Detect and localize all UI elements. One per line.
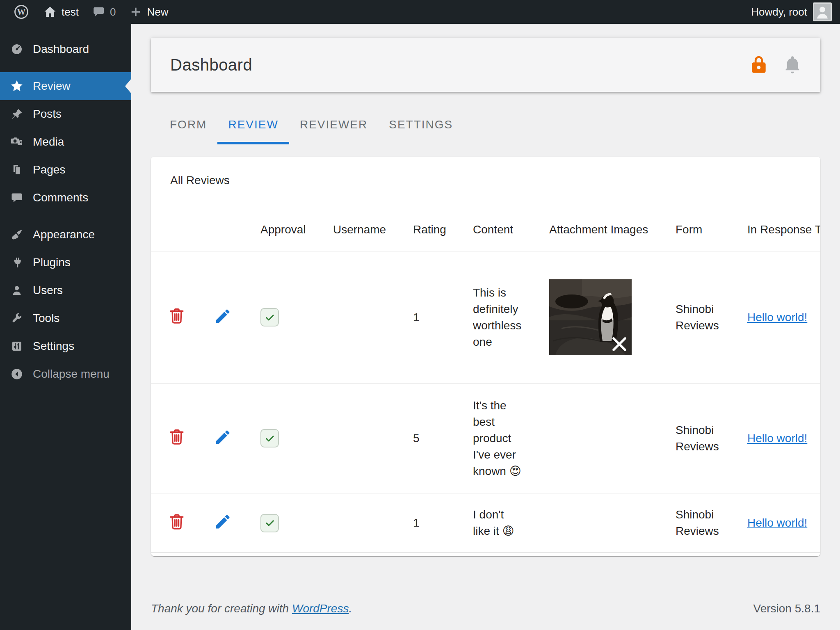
attachment-cell-empty [543, 493, 669, 553]
approval-checkbox[interactable] [260, 308, 279, 326]
edit-button[interactable] [212, 426, 234, 448]
table-row: 1 I don'tlike it 😩 Shinobi Reviews Hello… [151, 493, 820, 553]
column-content: Content [466, 208, 543, 251]
check-icon [264, 517, 276, 529]
column-attachment-images: Attachment Images [543, 208, 669, 251]
collapse-menu-label: Collapse menu [33, 368, 110, 381]
sidebar-item-media[interactable]: Media [0, 128, 131, 156]
pencil-icon [214, 428, 232, 446]
card-title: All Reviews [151, 157, 820, 208]
rating-cell: 5 [406, 383, 466, 493]
howdy-text: Howdy, root [751, 6, 807, 18]
avatar [813, 2, 832, 21]
page-title: Dashboard [170, 56, 737, 74]
admin-footer: Thank you for creating with WordPress. V… [151, 602, 820, 615]
sidebar-item-label: Dashboard [33, 43, 89, 56]
pencil-icon [214, 513, 232, 531]
sidebar-item-settings[interactable]: Settings [0, 332, 131, 360]
collapse-menu-button[interactable]: Collapse menu [0, 360, 131, 388]
sidebar-item-users[interactable]: Users [0, 276, 131, 304]
star-icon [10, 79, 24, 93]
form-cell: Shinobi Reviews [669, 251, 741, 383]
media-camera-icon [10, 135, 24, 149]
delete-button[interactable] [166, 511, 188, 533]
tab-reviewer[interactable]: REVIEWER [289, 105, 378, 144]
content-cell: I don'tlike it 😩 [466, 493, 543, 553]
delete-button[interactable] [166, 426, 188, 448]
sidebar-item-label: Review [33, 80, 71, 93]
comment-count: 0 [110, 6, 116, 18]
main-content: Dashboard FORM REVIEW REVIEWER SETTINGS … [131, 24, 840, 630]
wordpress-logo-menu[interactable]: W [7, 0, 36, 24]
sidebar-item-dashboard[interactable]: Dashboard [0, 35, 131, 63]
in-response-to-link[interactable]: Hello world! [747, 311, 807, 324]
plug-icon [10, 256, 24, 269]
page-header: Dashboard [151, 38, 820, 92]
lock-button[interactable] [747, 53, 770, 76]
form-cell: Shinobi Reviews [669, 383, 741, 493]
sidebar-item-label: Appearance [33, 228, 95, 241]
sidebar-item-label: Tools [33, 312, 59, 325]
comments-shortcut[interactable]: 0 [85, 0, 122, 24]
in-response-to-link[interactable]: Hello world! [747, 516, 807, 529]
tab-label: REVIEW [228, 118, 278, 131]
wordpress-logo-icon: W [13, 4, 30, 20]
collapse-arrow-icon [10, 367, 24, 381]
svg-text:W: W [17, 7, 26, 17]
sidebar-item-label: Comments [33, 191, 88, 204]
content-cell: This isdefinitelyworthlessone [466, 251, 543, 383]
reviews-card: All Reviews Approval Username Rating Con… [151, 157, 820, 556]
username-cell [326, 251, 406, 383]
sidebar-item-posts[interactable]: Posts [0, 100, 131, 128]
sidebar-item-label: Posts [33, 107, 62, 121]
settings-sliders-icon [10, 339, 24, 353]
tab-review[interactable]: REVIEW [217, 105, 289, 144]
tab-label: REVIEWER [300, 118, 368, 131]
column-rating: Rating [406, 208, 466, 251]
sidebar-item-tools[interactable]: Tools [0, 304, 131, 332]
sidebar-item-appearance[interactable]: Appearance [0, 221, 131, 249]
wordpress-link[interactable]: WordPress [292, 602, 349, 615]
rating-cell: 1 [406, 493, 466, 553]
remove-image-button[interactable] [610, 335, 628, 353]
home-icon [43, 5, 57, 19]
new-content-menu[interactable]: New [122, 0, 175, 24]
column-in-response-to: In Response To [741, 208, 820, 251]
footer-thanks-text: Thank you for creating with [151, 602, 292, 615]
menu-separator [0, 212, 131, 221]
in-response-to-link[interactable]: Hello world! [747, 432, 807, 445]
sidebar-item-review[interactable]: Review [0, 72, 131, 100]
sidebar-item-plugins[interactable]: Plugins [0, 249, 131, 276]
version-text: Version 5.8.1 [753, 602, 820, 615]
comments-icon [10, 191, 24, 205]
plus-icon [129, 5, 143, 19]
sidebar-item-pages[interactable]: Pages [0, 156, 131, 184]
table-row: 1 This isdefinitelyworthlessone [151, 251, 820, 383]
column-edit [202, 208, 243, 251]
reviews-table: Approval Username Rating Content Attachm… [151, 208, 820, 553]
edit-button[interactable] [212, 305, 234, 327]
lock-icon [748, 54, 769, 75]
tab-label: SETTINGS [389, 118, 453, 131]
tab-settings[interactable]: SETTINGS [378, 105, 463, 144]
column-username: Username [326, 208, 406, 251]
approval-checkbox[interactable] [260, 514, 279, 532]
pencil-icon [214, 307, 232, 325]
site-link[interactable]: test [36, 0, 85, 24]
sidebar-item-label: Settings [33, 340, 74, 353]
sidebar-item-comments[interactable]: Comments [0, 184, 131, 212]
site-name: test [62, 6, 79, 18]
content-cell: It's thebestproductI've everknown 😍 [466, 383, 543, 493]
edit-button[interactable] [212, 511, 234, 533]
delete-button[interactable] [166, 305, 188, 327]
rating-cell: 1 [406, 251, 466, 383]
trash-icon [167, 306, 186, 325]
paintbrush-icon [10, 228, 24, 242]
account-menu[interactable]: Howdy, root [751, 2, 833, 21]
approval-checkbox[interactable] [260, 429, 279, 447]
bell-icon [782, 55, 803, 75]
notifications-button[interactable] [781, 53, 804, 76]
tab-form[interactable]: FORM [159, 105, 217, 144]
column-form: Form [669, 208, 741, 251]
attachment-cell-empty [543, 383, 669, 493]
